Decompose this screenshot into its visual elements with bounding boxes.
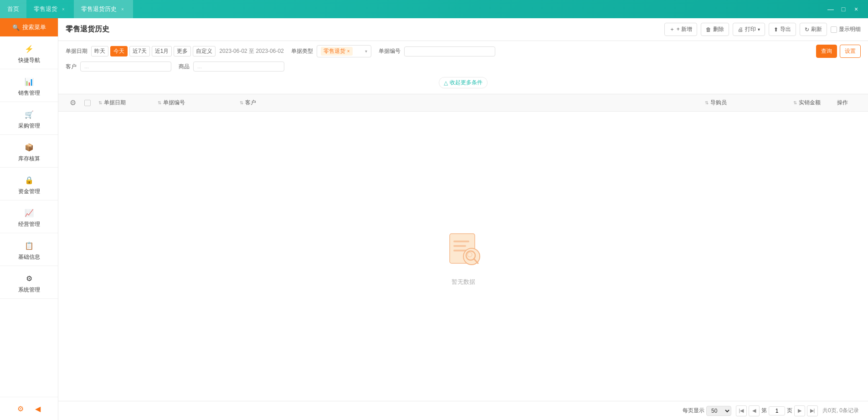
type-tag-close[interactable]: ×: [347, 49, 350, 54]
customer-placeholder: ...: [84, 63, 89, 70]
print-dropdown-icon: ▾: [758, 27, 760, 32]
svg-rect-1: [453, 241, 469, 242]
inventory-mgmt-icon: 📦: [23, 141, 35, 153]
page-total: 共0页, 0条记录: [822, 407, 859, 415]
new-button[interactable]: ＋ + 新增: [664, 23, 697, 36]
print-button[interactable]: 🖨 打印 ▾: [733, 23, 765, 36]
th-customer-label: 客户: [245, 99, 256, 107]
type-tag: 零售退货 ×: [321, 47, 353, 56]
th-amount[interactable]: ⇅ 实销金额: [770, 99, 824, 107]
quick-nav-icon: ⚡: [23, 43, 35, 55]
filter-date: 单据日期 昨天 今天 近7天 近1月 更多 自定义 2023-06-02 至 2…: [66, 46, 284, 56]
th-number[interactable]: ⇅ 单据编号: [154, 99, 236, 107]
pagination-bar: 每页显示 50 20 100 200 |◀ ◀ 第 页 ▶ ▶| 共0页, 0条…: [58, 401, 868, 420]
delete-button[interactable]: 🗑 删除: [701, 23, 729, 36]
finance-mgmt-icon: 🔒: [23, 174, 35, 186]
show-detail-toggle[interactable]: 显示明细: [831, 26, 861, 33]
filter-row-1: 单据日期 昨天 今天 近7天 近1月 更多 自定义 2023-06-02 至 2…: [66, 45, 861, 58]
sidebar-item-inventory-mgmt[interactable]: 📦 库存核算: [0, 135, 58, 168]
top-bar: 首页 零售退货 × 零售退货历史 × — □ ×: [0, 0, 868, 18]
sidebar-item-finance-mgmt[interactable]: 🔒 资金管理: [0, 168, 58, 200]
tab-home-label: 首页: [7, 5, 19, 13]
empty-text: 暂无数据: [452, 278, 475, 286]
date-btn-today[interactable]: 今天: [110, 46, 128, 56]
page-last-btn[interactable]: ▶|: [807, 405, 818, 416]
query-button[interactable]: 查询: [816, 45, 837, 58]
number-filter-input[interactable]: [404, 46, 495, 56]
page-size-dropdown[interactable]: 50 20 100 200: [706, 406, 731, 416]
sidebar-item-quick-nav-label: 快捷导航: [18, 56, 40, 64]
th-date[interactable]: ⇅ 单据日期: [95, 99, 154, 107]
sidebar-item-system-mgmt[interactable]: ⚙ 系统管理: [0, 266, 58, 299]
page-suffix: 页: [787, 407, 792, 415]
sidebar-item-operation-mgmt-label: 经营管理: [18, 220, 40, 228]
tab-retail-return-history-close[interactable]: ×: [119, 6, 126, 12]
sidebar-collapse-btn[interactable]: ◀: [31, 402, 45, 415]
collapse-filter-btn[interactable]: △ 收起更多条件: [439, 77, 488, 88]
date-btn-yesterday[interactable]: 昨天: [91, 46, 108, 56]
date-btn-7days[interactable]: 近7天: [129, 46, 150, 56]
sidebar-item-sales-mgmt[interactable]: 📊 销售管理: [0, 69, 58, 102]
filter-goods: 商品 ...: [179, 61, 284, 72]
refresh-button[interactable]: ↻ 刷新: [800, 23, 827, 36]
collapse-icon: △: [444, 80, 448, 86]
table-select-all[interactable]: [80, 100, 95, 106]
th-action: 操作: [824, 99, 861, 107]
page-number-input[interactable]: [769, 406, 785, 415]
table-settings-icon[interactable]: ⚙: [66, 98, 80, 107]
sidebar-settings-btn[interactable]: ⚙: [14, 402, 27, 415]
th-guide-label: 导购员: [710, 99, 727, 107]
tab-retail-return-history[interactable]: 零售退货历史 ×: [74, 0, 133, 18]
customer-filter-select[interactable]: ...: [80, 61, 171, 72]
tab-retail-return[interactable]: 零售退货 ×: [26, 0, 74, 18]
delete-icon: 🗑: [706, 26, 711, 33]
tab-home[interactable]: 首页: [0, 0, 26, 18]
page-next-btn[interactable]: ▶: [794, 405, 805, 416]
sidebar-item-operation-mgmt[interactable]: 📈 经营管理: [0, 200, 58, 233]
window-minimize-btn[interactable]: —: [824, 3, 837, 15]
date-range-btns: 昨天 今天 近7天 近1月 更多 自定义: [91, 46, 216, 56]
th-date-sort-icon: ⇅: [98, 100, 102, 105]
page-first-btn[interactable]: |◀: [736, 405, 747, 416]
page-title-row: 零售退货历史 ＋ + 新增 🗑 删除 🖨 打印 ▾: [66, 23, 861, 36]
type-filter-select[interactable]: 零售退货 × ▾: [317, 45, 371, 57]
sidebar-search[interactable]: 🔍 搜索菜单: [0, 18, 58, 36]
goods-placeholder: ...: [197, 63, 202, 70]
settings-button[interactable]: 设置: [840, 45, 861, 58]
page-prev-btn[interactable]: ◀: [749, 405, 760, 416]
date-btn-more[interactable]: 更多: [174, 46, 191, 56]
export-button[interactable]: ⬆ 导出: [769, 23, 796, 36]
refresh-icon: ↻: [805, 26, 809, 33]
th-number-sort-icon: ⇅: [158, 100, 161, 105]
window-close-btn[interactable]: ×: [850, 3, 863, 15]
window-controls: — □ ×: [824, 3, 868, 15]
sidebar-item-basic-info[interactable]: 📋 基础信息: [0, 233, 58, 266]
date-filter-label: 单据日期: [66, 47, 87, 55]
show-detail-checkbox[interactable]: [831, 26, 837, 33]
page-label: 第: [761, 407, 767, 415]
system-mgmt-icon: ⚙: [23, 272, 35, 284]
sidebar-item-system-mgmt-label: 系统管理: [18, 286, 40, 294]
th-action-label: 操作: [837, 99, 848, 107]
page-size-select: 每页显示 50 20 100 200: [683, 406, 731, 416]
date-btn-1month[interactable]: 近1月: [152, 46, 172, 56]
page-header: 零售退货历史 ＋ + 新增 🗑 删除 🖨 打印 ▾: [58, 18, 868, 41]
goods-filter-select[interactable]: ...: [193, 61, 284, 72]
window-maximize-btn[interactable]: □: [837, 3, 850, 15]
sidebar-item-purchase-mgmt-label: 采购管理: [18, 122, 40, 130]
number-filter-label: 单据编号: [379, 47, 401, 55]
th-customer[interactable]: ⇅ 客户: [236, 99, 701, 107]
collapse-label: 收起更多条件: [450, 79, 483, 87]
th-guide[interactable]: ⇅ 导购员: [701, 99, 770, 107]
sidebar-item-purchase-mgmt[interactable]: 🛒 采购管理: [0, 102, 58, 135]
page-nav: |◀ ◀ 第 页 ▶ ▶|: [736, 405, 818, 416]
collapse-container: △ 收起更多条件: [66, 75, 861, 90]
sidebar-item-quick-nav[interactable]: ⚡ 快捷导航: [0, 36, 58, 69]
type-select-arrow: ▾: [365, 49, 367, 54]
tab-retail-return-close[interactable]: ×: [60, 6, 67, 12]
th-number-label: 单据编号: [163, 99, 185, 107]
date-btn-custom[interactable]: 自定义: [193, 46, 216, 56]
filter-number: 单据编号: [379, 46, 495, 56]
print-icon: 🖨: [738, 26, 743, 33]
content-area: 零售退货历史 ＋ + 新增 🗑 删除 🖨 打印 ▾: [58, 18, 868, 420]
